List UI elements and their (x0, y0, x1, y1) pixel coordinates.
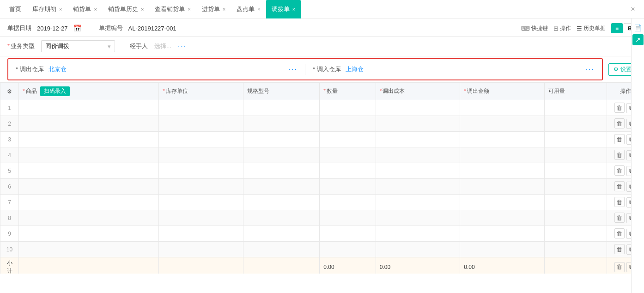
cell-cost[interactable] (376, 179, 460, 195)
col-gear[interactable]: ⚙ (0, 83, 19, 100)
cell-qty[interactable] (320, 179, 376, 195)
tab-transfer-label: 调拨单 (272, 5, 290, 13)
delete-row-button[interactable]: 🗑 (614, 213, 625, 223)
cell-product[interactable] (19, 179, 159, 195)
cell-qty[interactable] (320, 163, 376, 179)
person-more-icon[interactable]: ··· (178, 42, 187, 50)
delete-row-button[interactable]: 🗑 (614, 165, 625, 176)
cell-cost[interactable] (376, 132, 460, 147)
cell-cost[interactable] (376, 210, 460, 226)
scan-btn[interactable]: 扫码录入 (40, 86, 70, 96)
cell-amount[interactable] (460, 195, 545, 210)
cell-cost[interactable] (376, 163, 460, 179)
person-input[interactable]: 选择... (154, 42, 171, 50)
tab-transfer-close[interactable]: × (292, 6, 295, 12)
delete-row-button[interactable]: 🗑 (614, 103, 625, 113)
table-row: 5🗑⧉ (0, 163, 644, 179)
out-warehouse-value[interactable]: 北京仓 (49, 65, 67, 73)
right-panel-external-icon[interactable]: ↗ (632, 34, 644, 45)
cell-amount[interactable] (460, 226, 545, 242)
cell-spec (243, 257, 320, 274)
cell-qty[interactable] (320, 116, 376, 132)
cell-cost[interactable] (376, 116, 460, 132)
cell-product[interactable] (19, 226, 159, 242)
cell-product[interactable] (19, 210, 159, 226)
in-warehouse-more-icon[interactable]: ··· (586, 65, 595, 73)
cell-qty[interactable] (320, 210, 376, 226)
layout-btn-1[interactable]: ≡ (611, 23, 623, 33)
biz-type-select[interactable]: 同价调拨 ▾ (41, 40, 115, 52)
delete-row-button[interactable]: 🗑 (614, 228, 625, 238)
tab-inventory-init-close[interactable]: × (59, 6, 62, 12)
cell-qty[interactable] (320, 242, 376, 257)
cell-cost[interactable] (376, 195, 460, 210)
table-row: 2🗑⧉ (0, 116, 644, 132)
delete-row-button[interactable]: 🗑 (614, 197, 625, 207)
tab-sales-order[interactable]: 销货单 × (67, 0, 102, 18)
row-number: 6 (0, 179, 19, 195)
tab-inventory[interactable]: 盘点单 × (231, 0, 266, 18)
cell-cost[interactable] (376, 100, 460, 116)
delete-row-button[interactable]: 🗑 (614, 181, 625, 191)
cell-cost[interactable] (376, 147, 460, 163)
in-warehouse-value[interactable]: 上海仓 (346, 65, 364, 73)
cell-qty[interactable] (320, 226, 376, 242)
cell-amount[interactable] (460, 132, 545, 147)
cell-qty[interactable] (320, 132, 376, 147)
tab-inventory-init[interactable]: 库存期初 × (27, 0, 67, 18)
cell-product[interactable] (19, 242, 159, 257)
delete-row-button[interactable]: 🗑 (614, 262, 625, 272)
delete-row-button[interactable]: 🗑 (614, 134, 625, 144)
out-warehouse-label: * 调出仓库 (16, 65, 44, 73)
tab-purchase-order-close[interactable]: × (223, 6, 225, 12)
tab-view-sales-close[interactable]: × (188, 6, 190, 12)
cell-product[interactable] (19, 116, 159, 132)
cell-cost: 0.00 (376, 257, 460, 274)
delete-row-button[interactable]: 🗑 (614, 150, 625, 160)
right-panel-doc-icon[interactable]: 📄 (632, 22, 644, 33)
cell-cost[interactable] (376, 226, 460, 242)
delete-row-button[interactable]: 🗑 (614, 244, 625, 254)
tab-view-sales[interactable]: 查看销货单 × (149, 0, 196, 18)
out-warehouse-more-icon[interactable]: ··· (289, 65, 298, 73)
cell-amount[interactable] (460, 100, 545, 116)
delete-row-button[interactable]: 🗑 (614, 118, 625, 128)
cell-spec (243, 226, 320, 242)
tab-view-sales-label: 查看销货单 (155, 5, 185, 13)
cell-product[interactable] (19, 100, 159, 116)
cell-amount[interactable] (460, 163, 545, 179)
cell-amount[interactable] (460, 179, 545, 195)
cell-product (19, 257, 159, 274)
cell-product[interactable] (19, 195, 159, 210)
cell-amount[interactable] (460, 116, 545, 132)
cell-product[interactable] (19, 132, 159, 147)
doc-date-label: 单据日期 (7, 24, 31, 32)
tab-sales-order-close[interactable]: × (94, 6, 97, 12)
cell-product[interactable] (19, 147, 159, 163)
doc-num-label: 单据编号 (99, 24, 123, 32)
cell-amount[interactable] (460, 242, 545, 257)
cell-amount[interactable] (460, 210, 545, 226)
tab-transfer[interactable]: 调拨单 × (266, 0, 301, 18)
cell-cost[interactable] (376, 242, 460, 257)
tab-inventory-close[interactable]: × (257, 6, 260, 12)
tab-purchase-order[interactable]: 进货单 × (196, 0, 231, 18)
window-close-button[interactable]: × (626, 2, 640, 17)
warehouse-divider (305, 64, 305, 75)
tab-sales-history[interactable]: 销货单历史 × (103, 0, 149, 18)
tab-home[interactable]: 首页 (4, 0, 27, 18)
cell-unit (159, 132, 243, 147)
cell-amount[interactable] (460, 147, 545, 163)
history-button[interactable]: ☰ 历史单据 (577, 24, 606, 32)
tab-sales-history-close[interactable]: × (141, 6, 144, 12)
row-number: 2 (0, 116, 19, 132)
col-spec: 规格型号 (243, 83, 320, 100)
cell-product[interactable] (19, 163, 159, 179)
calendar-icon[interactable]: 📅 (73, 24, 81, 32)
operations-button[interactable]: ⊞ 操作 (553, 24, 571, 32)
cell-qty[interactable] (320, 147, 376, 163)
biz-type-arrow-icon: ▾ (108, 43, 111, 50)
cell-qty[interactable] (320, 100, 376, 116)
cell-qty[interactable] (320, 195, 376, 210)
shortcuts-button[interactable]: ⌨ 快捷键 (521, 24, 548, 32)
